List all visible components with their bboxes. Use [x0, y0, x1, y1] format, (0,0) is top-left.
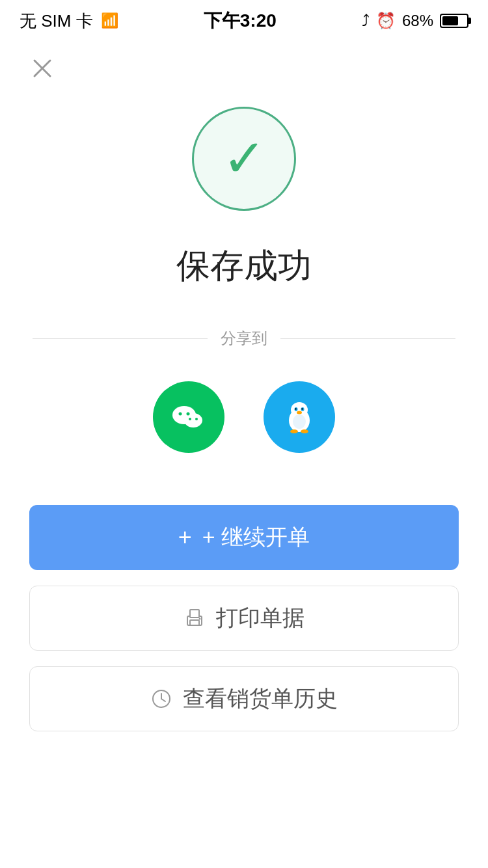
qq-share-button[interactable]: [264, 381, 335, 453]
svg-point-3: [184, 413, 202, 427]
checkmark-icon: ✓: [223, 133, 266, 185]
print-label: 打印单据: [216, 603, 305, 633]
svg-point-4: [179, 413, 182, 416]
status-right: ⤴ ⏰ 68%: [362, 12, 468, 30]
close-icon: [32, 58, 53, 79]
wechat-share-button[interactable]: [153, 381, 224, 453]
svg-point-16: [290, 429, 298, 433]
print-button[interactable]: 打印单据: [29, 586, 459, 651]
svg-point-13: [301, 408, 303, 409]
close-button[interactable]: [26, 52, 59, 85]
history-icon: [150, 688, 172, 710]
wechat-icon: [169, 397, 209, 437]
status-bar: 无 SIM 卡 📶 下午3:20 ⤴ ⏰ 68%: [0, 0, 488, 42]
action-buttons: + + 继续开单 打印单据 查看销货单历史: [29, 505, 459, 731]
divider-line-left: [33, 338, 208, 339]
main-content: ✓ 保存成功 分享到: [0, 42, 488, 731]
share-divider: 分享到: [0, 328, 488, 349]
print-icon: [183, 607, 206, 629]
divider-line-right: [280, 338, 455, 339]
svg-point-21: [199, 618, 201, 620]
share-label: 分享到: [208, 328, 280, 349]
alarm-icon: ⏰: [376, 12, 396, 30]
share-icons: [153, 381, 335, 453]
continue-button[interactable]: + + 继续开单: [29, 505, 459, 570]
location-icon: ⤴: [362, 12, 370, 30]
svg-point-14: [297, 411, 302, 414]
battery-icon: [440, 14, 468, 28]
battery-percent: 68%: [402, 12, 433, 30]
svg-point-15: [293, 414, 306, 429]
qq-icon: [279, 397, 319, 437]
svg-rect-20: [190, 620, 199, 625]
share-section: 分享到: [0, 328, 488, 505]
status-left: 无 SIM 卡 📶: [20, 10, 118, 33]
time-display: 下午3:20: [204, 8, 277, 33]
svg-point-17: [301, 429, 308, 433]
svg-point-5: [187, 413, 190, 416]
history-button[interactable]: 查看销货单历史: [29, 666, 459, 731]
svg-point-7: [195, 418, 198, 420]
success-circle: ✓: [192, 107, 296, 211]
wifi-icon: 📶: [101, 12, 118, 29]
success-title: 保存成功: [176, 243, 312, 289]
continue-plus-icon: +: [178, 524, 192, 551]
carrier-text: 无 SIM 卡: [20, 10, 93, 33]
svg-rect-19: [190, 610, 199, 617]
svg-point-6: [189, 418, 191, 420]
continue-label: + 继续开单: [202, 522, 310, 552]
svg-point-12: [295, 408, 296, 409]
history-label: 查看销货单历史: [183, 684, 338, 714]
